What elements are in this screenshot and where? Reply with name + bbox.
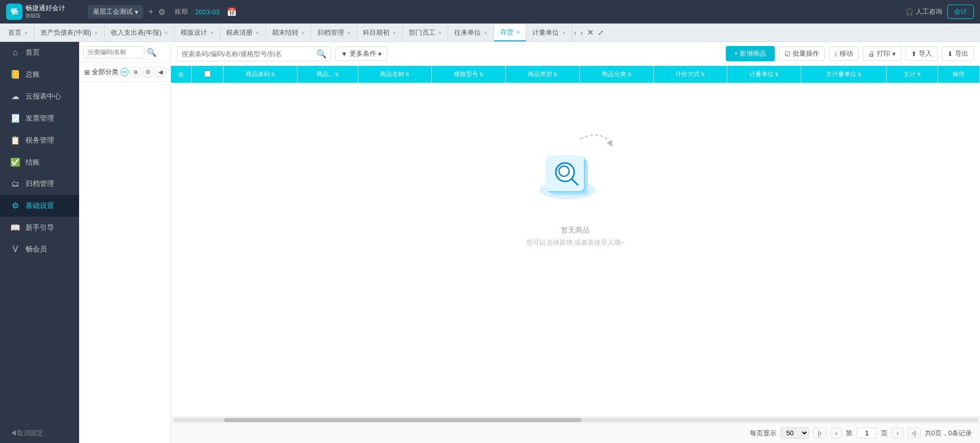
content-area: 🔍 ⊞ 全部分类 ✏ ⊕ ⚙ ◀ xyxy=(79,42,980,443)
account-button[interactable]: 会计 xyxy=(947,5,974,19)
tabs-expand-button[interactable]: ⤢ xyxy=(596,29,606,37)
tab-close-period[interactable]: × xyxy=(302,30,305,36)
sidebar-item-home[interactable]: ⌂ 首页 xyxy=(0,42,79,63)
sidebar-item-member[interactable]: V 畅会员 xyxy=(0,239,79,260)
category-add-button[interactable]: ⊕ xyxy=(131,67,141,77)
th-barcode[interactable]: 商品条码⇅ xyxy=(223,66,297,83)
print-button[interactable]: 🖨 打印 ▾ xyxy=(863,46,901,61)
page-prev-button[interactable]: ‹ xyxy=(830,428,842,438)
company-selector[interactable]: 基层工会测试 ▾ xyxy=(88,5,143,18)
th-code[interactable]: 商品...⇅ xyxy=(297,66,358,83)
move-button[interactable]: ↕ 移动 xyxy=(829,46,859,61)
tab-close-stock[interactable]: × xyxy=(517,29,520,35)
sidebar-item-checkout[interactable]: ✅ 结账 xyxy=(0,151,79,173)
tab-balance[interactable]: 资产负债表(中期) × xyxy=(34,24,104,41)
tabs-bar: 首页 × 资产负债表(中期) × 收入支出表(年报) × 模版设计 × 税表清册… xyxy=(0,24,980,42)
tab-close-unit[interactable]: × xyxy=(562,30,565,36)
th-checkbox[interactable] xyxy=(191,66,223,83)
add-company-button[interactable]: + xyxy=(149,7,153,16)
tab-close-income[interactable]: × xyxy=(164,30,167,36)
batch-op-button[interactable]: ☑ 批量操作 xyxy=(779,46,825,61)
sidebar-item-tax[interactable]: 📋 税务管理 xyxy=(0,129,79,151)
tabs-next-button[interactable]: › xyxy=(578,29,585,37)
all-category-label: ⊞ 全部分类 ✏ xyxy=(84,67,129,77)
import-button[interactable]: ⬆ 导入 xyxy=(905,46,938,61)
tab-partner[interactable]: 往来单位 × xyxy=(448,24,494,41)
sidebar-item-archive[interactable]: 🗂 归档管理 xyxy=(0,173,79,195)
tabs-close-all-button[interactable]: ✕ xyxy=(585,28,596,37)
category-actions: ⊕ ⚙ ◀ xyxy=(131,67,165,77)
page-first-button[interactable]: |‹ xyxy=(813,428,826,438)
page-label: 第 xyxy=(846,429,852,438)
select-all-checkbox[interactable] xyxy=(204,71,211,77)
tabs-prev-button[interactable]: ‹ xyxy=(572,29,579,37)
sidebar-item-settings[interactable]: ⚙ 基础设置 xyxy=(0,195,79,217)
sort-icon-pricing: ⇅ xyxy=(701,72,705,77)
add-product-button[interactable]: + 新增商品 xyxy=(726,46,774,61)
sidebar-item-ledger[interactable]: 📒 总账 xyxy=(0,63,79,85)
tab-template[interactable]: 模版设计 × xyxy=(175,24,220,41)
tab-period[interactable]: 期末结转 × xyxy=(266,24,311,41)
tab-close-home[interactable]: × xyxy=(24,30,28,36)
sidebar-item-report[interactable]: ☁ 云报表中心 xyxy=(0,85,79,107)
sidebar-label-home: 首页 xyxy=(26,48,40,57)
th-category[interactable]: 商品分类⇅ xyxy=(579,66,653,83)
tab-income[interactable]: 收入支出表(年报) × xyxy=(105,24,175,41)
toolbar: 🔍 ▼ 更多条件 ▾ + 新增商品 ☑ 批量操作 xyxy=(171,42,980,66)
page-size-select[interactable]: 50 100 200 xyxy=(780,427,809,439)
tab-subject[interactable]: 科目期初 × xyxy=(357,24,402,41)
tab-home[interactable]: 首页 × xyxy=(2,24,34,41)
sort-icon-type: ⇅ xyxy=(553,72,557,77)
tab-close-balance[interactable]: × xyxy=(94,30,97,36)
sidebar-item-invoice[interactable]: 🧾 发票管理 xyxy=(0,107,79,129)
main-search-icon[interactable]: 🔍 xyxy=(316,49,327,59)
tab-close-subject[interactable]: × xyxy=(393,30,396,36)
page-number-input[interactable] xyxy=(856,428,877,438)
tab-archive[interactable]: 归档管理 × xyxy=(311,24,357,41)
left-panel-header: ⊞ 全部分类 ✏ ⊕ ⚙ ◀ xyxy=(79,63,170,82)
th-unit[interactable]: 计量单位⇅ xyxy=(727,66,801,83)
th-type[interactable]: 商品类型⇅ xyxy=(506,66,580,83)
horizontal-scrollbar[interactable] xyxy=(171,416,980,423)
th-main-count[interactable]: 主计⇅ xyxy=(886,66,938,83)
main-search-input[interactable] xyxy=(182,50,314,58)
th-settings[interactable]: ⚙ xyxy=(171,66,191,83)
tab-close-partner[interactable]: × xyxy=(484,30,487,36)
calendar-icon[interactable]: 📅 xyxy=(227,7,237,17)
export-button[interactable]: ⬇ 导出 xyxy=(942,46,974,61)
category-config-button[interactable]: ⚙ xyxy=(143,67,154,77)
th-name[interactable]: 商品名称⇅ xyxy=(358,66,432,83)
category-collapse-button[interactable]: ◀ xyxy=(156,67,165,77)
th-pricing[interactable]: 计价方式⇅ xyxy=(653,66,727,83)
pin-toggle[interactable]: ◀取消固定 xyxy=(0,424,79,443)
support-button[interactable]: 🎧 人工咨询 xyxy=(905,7,942,16)
sidebar-item-guide[interactable]: 📖 新手引导 xyxy=(0,217,79,239)
empty-svg xyxy=(524,124,626,216)
tab-unit[interactable]: 计量单位 × xyxy=(526,24,572,41)
category-search-icon[interactable]: 🔍 xyxy=(146,48,157,57)
sidebar-label-ledger: 总账 xyxy=(26,70,40,79)
empty-desc: 您可以选择新增,或者直接导入哦~ xyxy=(526,238,625,247)
scrollbar-thumb[interactable] xyxy=(224,418,581,422)
grid-icon: ⊞ xyxy=(84,68,90,76)
toolbar-actions: ☑ 批量操作 ↕ 移动 🖨 打印 ▾ ⬆ xyxy=(779,46,974,61)
th-main-unit[interactable]: 主计量单位⇅ xyxy=(801,66,887,83)
th-spec[interactable]: 规格型号⇅ xyxy=(432,66,506,83)
tab-close-template[interactable]: × xyxy=(210,30,213,36)
tab-close-taxclear[interactable]: × xyxy=(256,30,259,36)
top-right-actions: 🎧 人工咨询 会计 xyxy=(905,5,974,19)
page-next-button[interactable]: › xyxy=(892,428,903,438)
sidebar-label-archive: 归档管理 xyxy=(26,179,54,189)
tab-close-dept[interactable]: × xyxy=(438,30,442,36)
more-conditions-button[interactable]: ▼ 更多条件 ▾ xyxy=(335,46,387,61)
filter-icon: ▼ xyxy=(341,50,348,58)
tab-stock[interactable]: 存货 × xyxy=(494,24,526,41)
batch-icon: ☑ xyxy=(785,50,791,58)
tab-taxclear[interactable]: 税表清册 × xyxy=(220,24,265,41)
category-edit-tag: ✏ xyxy=(120,68,129,76)
settings-button[interactable]: ⚙ xyxy=(158,7,165,17)
tab-dept[interactable]: 部门员工 × xyxy=(403,24,448,41)
tab-close-archive[interactable]: × xyxy=(347,30,350,36)
page-last-button[interactable]: ›| xyxy=(908,428,921,438)
category-search-input[interactable] xyxy=(83,46,144,58)
